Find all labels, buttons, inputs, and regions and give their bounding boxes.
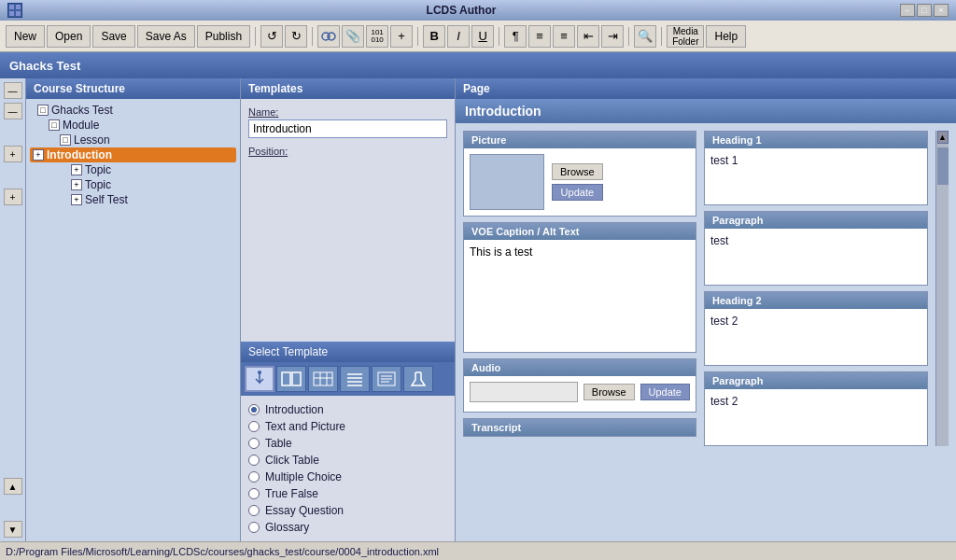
- underline-button[interactable]: U: [471, 25, 494, 48]
- paragraph1-text: test: [710, 234, 728, 247]
- select-template-header: Select Template: [241, 342, 455, 362]
- template-option-textpic[interactable]: Text and Picture: [248, 418, 447, 435]
- tree-label-lesson: Lesson: [74, 133, 110, 147]
- svg-point-5: [328, 33, 335, 40]
- status-bar: D:/Program Files/Microsoft/Learning/LCDS…: [0, 541, 956, 560]
- tree-label-ghacks: Ghacks Test: [51, 104, 113, 117]
- paragraph2-content[interactable]: test 2: [705, 389, 927, 445]
- page-sections: Picture Browse Update VOE Caption / Alt …: [456, 123, 956, 454]
- picture-placeholder: [470, 154, 544, 210]
- add-button[interactable]: +: [390, 25, 413, 48]
- side-icon-1[interactable]: —: [4, 82, 22, 99]
- tmpl-icon-lab[interactable]: [403, 366, 433, 392]
- radio-essay[interactable]: [248, 505, 260, 516]
- attach-button[interactable]: 📎: [342, 25, 364, 48]
- template-label-textpic: Text and Picture: [265, 420, 345, 433]
- italic-button[interactable]: I: [447, 25, 470, 48]
- window-controls: − □ ×: [900, 4, 949, 17]
- tmpl-icon-list[interactable]: [340, 366, 370, 392]
- minimize-button[interactable]: −: [900, 4, 915, 17]
- page-left-column: Picture Browse Update VOE Caption / Alt …: [463, 131, 696, 446]
- course-structure-header: Course Structure: [26, 78, 240, 99]
- template-label-table: Table: [265, 437, 292, 450]
- undo-button[interactable]: ↺: [260, 25, 283, 48]
- tmpl-icon-grid[interactable]: [308, 366, 338, 392]
- template-option-essay[interactable]: Essay Question: [248, 502, 447, 519]
- audio-browse-button[interactable]: Browse: [583, 384, 635, 400]
- radio-clicktable[interactable]: [248, 455, 260, 466]
- list2-button[interactable]: ≡: [553, 25, 575, 48]
- tmpl-icon-book[interactable]: [276, 366, 306, 392]
- format-button[interactable]: ¶: [504, 25, 527, 48]
- heading1-header: Heading 1: [705, 132, 927, 148]
- radio-introduction[interactable]: [248, 404, 260, 415]
- open-button[interactable]: Open: [47, 25, 91, 48]
- template-label-multiplechoice: Multiple Choice: [265, 470, 342, 483]
- template-option-glossary[interactable]: Glossary: [248, 519, 447, 536]
- radio-multiplechoice[interactable]: [248, 471, 260, 483]
- template-option-introduction[interactable]: Introduction: [248, 401, 447, 418]
- picture-section: Picture Browse Update: [463, 131, 696, 217]
- tmpl-icon-text[interactable]: [372, 366, 401, 392]
- tree-item-topic2[interactable]: + Topic: [30, 177, 236, 192]
- paragraph1-header: Paragraph: [705, 212, 927, 229]
- voe-content[interactable]: This is a test: [464, 240, 696, 352]
- paragraph2-text: test 2: [710, 395, 738, 408]
- template-option-truefalse[interactable]: True False: [248, 485, 447, 502]
- page-title: Introduction: [456, 99, 956, 123]
- side-icon-4[interactable]: +: [4, 189, 22, 205]
- side-icon-down[interactable]: ▼: [4, 521, 22, 538]
- svg-rect-0: [9, 5, 14, 9]
- maximize-button[interactable]: □: [917, 4, 932, 17]
- picture-browse-button[interactable]: Browse: [552, 163, 603, 180]
- tree-box-intro: +: [33, 149, 44, 161]
- tree-item-selftest[interactable]: + Self Test: [30, 192, 236, 207]
- side-icon-up[interactable]: ▲: [4, 478, 22, 495]
- page-scrollbar[interactable]: ▲: [935, 131, 949, 446]
- tree-item-module[interactable]: □ Module: [30, 118, 236, 133]
- tree-item-ghacks[interactable]: □ Ghacks Test: [30, 103, 236, 118]
- indent-right-button[interactable]: ⇥: [601, 25, 624, 48]
- tree-label-topic1: Topic: [85, 163, 111, 176]
- search-button[interactable]: 🔍: [634, 25, 656, 48]
- radio-truefalse[interactable]: [248, 488, 260, 499]
- save-as-button[interactable]: Save As: [137, 25, 195, 48]
- close-button[interactable]: ×: [934, 4, 949, 17]
- redo-button[interactable]: ↻: [285, 25, 307, 48]
- code-button[interactable]: 101010: [366, 25, 388, 48]
- radio-table[interactable]: [248, 438, 260, 449]
- picture-update-button[interactable]: Update: [552, 184, 603, 201]
- template-option-clicktable[interactable]: Click Table: [248, 452, 447, 469]
- paragraph1-content[interactable]: test: [705, 229, 927, 285]
- scroll-thumb[interactable]: [937, 147, 949, 185]
- heading2-content[interactable]: test 2: [705, 309, 927, 365]
- side-icon-2[interactable]: —: [4, 103, 22, 119]
- heading1-content[interactable]: test 1: [705, 148, 927, 204]
- paragraph1-section: Paragraph test: [704, 211, 928, 286]
- help-button[interactable]: Help: [706, 25, 746, 48]
- side-controls: — — + + ▲ ▼: [0, 78, 26, 541]
- tmpl-icon-mouse[interactable]: [245, 366, 274, 392]
- publish-button[interactable]: Publish: [197, 25, 250, 48]
- bold-button[interactable]: B: [423, 25, 445, 48]
- tree-item-topic1[interactable]: + Topic: [30, 162, 236, 177]
- name-input[interactable]: [248, 119, 447, 138]
- tree-item-lesson[interactable]: □ Lesson: [30, 133, 236, 147]
- list1-button[interactable]: ≡: [528, 25, 551, 48]
- heading2-header: Heading 2: [705, 292, 927, 309]
- tree-item-introduction[interactable]: + Introduction: [30, 147, 236, 162]
- side-icon-3[interactable]: +: [4, 146, 22, 162]
- scroll-up-button[interactable]: ▲: [937, 131, 949, 144]
- indent-left-button[interactable]: ⇤: [577, 25, 599, 48]
- template-option-multiplechoice[interactable]: Multiple Choice: [248, 469, 447, 485]
- audio-update-button[interactable]: Update: [640, 384, 690, 400]
- template-list: Introduction Text and Picture Table Clic…: [241, 396, 455, 541]
- templates-header: Templates: [241, 78, 455, 99]
- template-option-table[interactable]: Table: [248, 435, 447, 452]
- save-button[interactable]: Save: [92, 25, 134, 48]
- radio-glossary[interactable]: [248, 522, 260, 533]
- radio-textpic[interactable]: [248, 421, 260, 432]
- link-button[interactable]: [317, 25, 340, 48]
- media-folder-button[interactable]: Media Folder: [667, 25, 704, 48]
- new-button[interactable]: New: [6, 25, 45, 48]
